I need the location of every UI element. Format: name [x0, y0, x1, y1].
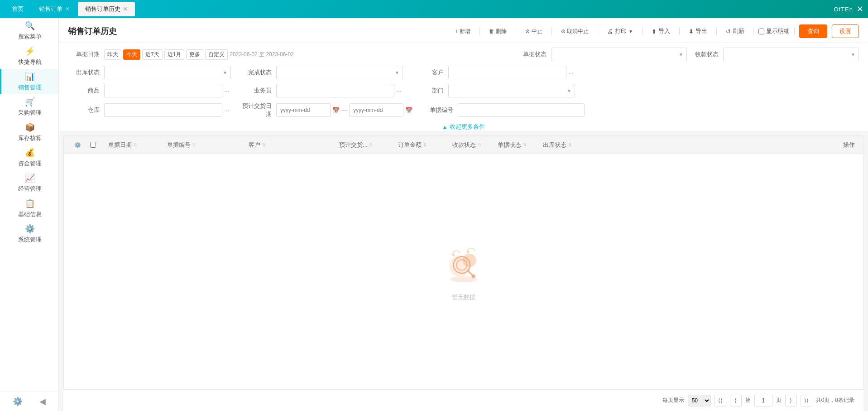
th-date[interactable]: 单据日期 ⇅ — [105, 141, 163, 149]
page-jump-label: 第 — [745, 396, 751, 404]
filter-row-4: 仓库 ··· 预计交货日期 📅 — 📅 单据编号 — [68, 102, 859, 118]
th-customer-sort-icon: ⇅ — [262, 142, 266, 147]
sidebar-item-operation[interactable]: 📈 经营管理 — [0, 170, 58, 196]
page-number-input[interactable] — [754, 395, 772, 406]
warehouse-more-icon[interactable]: ··· — [222, 107, 231, 114]
collapse-button[interactable]: ▲ 收起更多条件 — [68, 123, 859, 131]
tab-list: 首页 销售订单 ✕ 销售订单历史 ✕ — [5, 2, 834, 16]
sidebar-item-finance[interactable]: 💰 资金管理 — [0, 145, 58, 170]
next-page-button[interactable]: ⟩ — [785, 395, 797, 406]
finance-icon: 💰 — [25, 148, 35, 158]
refresh-button[interactable]: ↺ 刷新 — [721, 25, 749, 38]
th-amount[interactable]: 订单金额 ⇅ — [394, 141, 449, 149]
sidebar-item-sales[interactable]: 📊 销售管理 — [0, 69, 58, 94]
close-tab-sales-order[interactable]: ✕ — [65, 6, 70, 12]
page-size-select[interactable]: 10 20 50 100 — [688, 395, 711, 406]
collapse-sidebar-icon[interactable]: ◀ — [39, 396, 46, 406]
display-detail-checkbox[interactable] — [758, 29, 764, 34]
th-delivery[interactable]: 预计交货... ⇅ — [336, 141, 394, 149]
tab-home-label: 首页 — [12, 5, 24, 13]
goods-input[interactable] — [104, 84, 222, 97]
delivery-date-start[interactable] — [276, 103, 331, 117]
salesman-label: 业务员 — [240, 87, 276, 95]
complete-select[interactable] — [276, 66, 403, 79]
tab-sales-history[interactable]: 销售订单历史 ✕ — [78, 2, 135, 16]
bill-status-select[interactable] — [551, 48, 687, 61]
date-btn-yesterday[interactable]: 昨天 — [104, 49, 121, 60]
stop-button[interactable]: ⊘ 中止 — [521, 25, 547, 38]
customer-input[interactable] — [448, 66, 566, 79]
th-date-sort-icon: ⇅ — [134, 142, 137, 147]
th-stock[interactable]: 出库状态 ⇅ — [539, 141, 594, 149]
import-button[interactable]: ⬆ 导入 — [647, 25, 675, 38]
table-header: ⚙️ 单据日期 ⇅ 单据编号 ⇅ 客户 ⇅ 预计交货... — [64, 136, 863, 154]
th-amount-label: 订单金额 — [398, 141, 422, 149]
delete-button[interactable]: 🗑 删除 — [484, 25, 511, 38]
th-customer-label: 客户 — [249, 141, 260, 149]
page-size-label: 每页显示 — [662, 396, 684, 404]
set-button[interactable]: 设置 — [832, 24, 859, 38]
collapse-up-icon: ▲ — [442, 124, 448, 131]
sidebar-item-basic-info[interactable]: 📋 基础信息 — [0, 196, 58, 221]
salesman-input[interactable] — [276, 84, 394, 97]
date-btn-today[interactable]: 今天 — [123, 49, 140, 60]
th-status[interactable]: 单据状态 ⇅ — [494, 141, 539, 149]
goods-more-icon[interactable]: ··· — [222, 87, 231, 94]
cancel-stop-button[interactable]: ⊘ 取消中止 — [556, 25, 593, 38]
th-amount-sort-icon: ⇅ — [423, 142, 427, 147]
th-no[interactable]: 单据编号 ⇅ — [163, 141, 245, 149]
print-button[interactable]: 🖨 🖨 打印 打印 ▼ — [603, 25, 638, 38]
sidebar-item-basic-info-label: 基础信息 — [18, 210, 42, 218]
svg-point-6 — [471, 275, 475, 278]
prev-page-button[interactable]: ⟨ — [730, 395, 742, 406]
print-icon: 🖨 — [607, 28, 613, 35]
customer-more-icon[interactable]: ··· — [566, 69, 575, 76]
dept-select[interactable] — [448, 84, 575, 97]
query-button[interactable]: 查询 — [799, 24, 827, 38]
first-page-button[interactable]: ⟨⟨ — [715, 395, 726, 406]
th-settings[interactable]: ⚙️ — [68, 142, 86, 148]
th-receipt[interactable]: 收款状态 ⇅ — [449, 141, 494, 149]
last-page-button[interactable]: ⟩⟩ — [801, 395, 812, 406]
tab-sales-history-label: 销售订单历史 — [85, 5, 120, 13]
settings-bottom-icon[interactable]: ⚙️ — [13, 396, 23, 406]
sidebar-item-quick-nav-label: 快捷导航 — [18, 58, 42, 66]
salesman-more-icon[interactable]: ··· — [394, 87, 403, 94]
date-btn-custom[interactable]: 自定义 — [205, 49, 228, 60]
divider-3 — [551, 28, 552, 35]
tab-sales-order[interactable]: 销售订单 ✕ — [32, 2, 77, 16]
divider-2 — [516, 28, 516, 35]
delivery-start-calendar-icon[interactable]: 📅 — [332, 107, 340, 114]
delivery-date-end[interactable] — [349, 103, 403, 117]
tab-home[interactable]: 首页 — [5, 2, 31, 16]
sales-icon: 📊 — [25, 72, 35, 82]
sidebar-item-inventory[interactable]: 📦 库存核算 — [0, 120, 58, 145]
export-button[interactable]: ⬇ 导出 — [684, 25, 712, 38]
table-area: ⚙️ 单据日期 ⇅ 单据编号 ⇅ 客户 ⇅ 预计交货... — [63, 135, 863, 389]
dept-label: 部门 — [412, 87, 448, 95]
sidebar-item-system[interactable]: ⚙️ 系统管理 — [0, 221, 58, 247]
th-checkbox[interactable] — [86, 142, 105, 148]
divider-4 — [598, 28, 598, 35]
new-button[interactable]: + 新增 — [451, 25, 475, 38]
th-customer[interactable]: 客户 ⇅ — [245, 141, 336, 149]
date-btn-7days[interactable]: 近7天 — [142, 49, 163, 60]
receipt-status-select[interactable] — [723, 48, 859, 61]
close-tab-sales-history[interactable]: ✕ — [123, 6, 128, 12]
sidebar-item-quick-nav[interactable]: ⚡ 快捷导航 — [0, 44, 58, 69]
delivery-end-calendar-icon[interactable]: 📅 — [405, 107, 412, 114]
sidebar-item-purchase[interactable]: 🛒 采购管理 — [0, 94, 58, 120]
display-toggle[interactable]: 显示明细 — [758, 27, 790, 35]
date-btn-1month[interactable]: 近1月 — [164, 49, 185, 60]
doc-no-input[interactable] — [458, 103, 585, 117]
warehouse-input[interactable] — [104, 103, 222, 117]
stock-out-select[interactable] — [104, 66, 231, 79]
content-area: 销售订单历史 + 新增 🗑 删除 ⊘ 中止 ⊘ 取消中止 🖨 🖨 打印 打印 ▼ — [59, 18, 868, 411]
select-all-checkbox[interactable] — [90, 142, 96, 148]
quick-nav-icon: ⚡ — [25, 46, 35, 56]
receipt-status-label: 收款状态 — [687, 50, 723, 58]
window-close-icon[interactable]: ✕ — [857, 4, 863, 14]
date-btn-more[interactable]: 更多 — [186, 49, 203, 60]
sidebar: 🔍 搜索菜单 ⚡ 快捷导航 📊 销售管理 🛒 采购管理 📦 库存核算 💰 资金管… — [0, 18, 59, 411]
sidebar-item-search[interactable]: 🔍 搜索菜单 — [0, 18, 58, 44]
